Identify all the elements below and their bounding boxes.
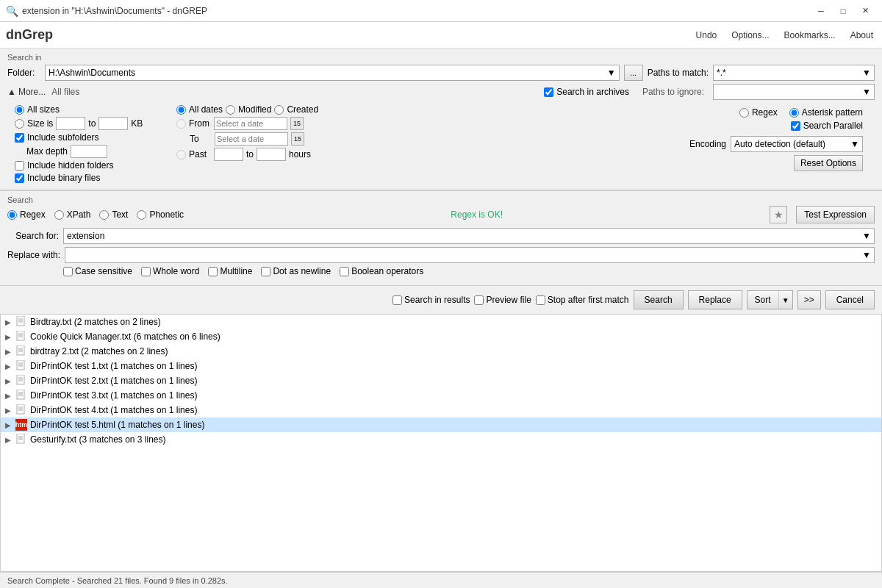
result-item[interactable]: ▶Birdtray.txt (2 matches on 2 lines): [1, 315, 881, 329]
result-item[interactable]: ▶birdtray 2.txt (2 matches on 2 lines): [1, 344, 881, 359]
result-expander[interactable]: ▶: [5, 436, 14, 444]
all-sizes-row: All sizes: [15, 104, 176, 115]
boolean-operators-checkbox[interactable]: [340, 267, 349, 276]
replace-with-input[interactable]: ▼: [65, 247, 875, 263]
cancel-button[interactable]: Cancel: [825, 290, 875, 309]
result-item[interactable]: ▶DirPrintOK test 2.txt (1 matches on 1 l…: [1, 373, 881, 388]
size-from-input[interactable]: 0: [56, 117, 85, 130]
star-button[interactable]: ★: [770, 206, 787, 223]
reset-options-button[interactable]: Reset Options: [794, 155, 863, 171]
created-radio[interactable]: [274, 105, 284, 115]
to-calendar-btn[interactable]: 15: [291, 132, 304, 146]
modified-radio[interactable]: [226, 105, 235, 115]
past-to-input[interactable]: 8: [257, 148, 286, 161]
result-expander[interactable]: ▶: [5, 392, 14, 400]
stop-after-first-checkbox[interactable]: [536, 295, 545, 305]
txt-file-icon: [15, 375, 27, 387]
search-in-section: Search in Folder: H:\Ashwin\Documents ▼ …: [0, 49, 882, 190]
size-to-input[interactable]: 100: [98, 117, 128, 130]
dot-as-newline-option: Dot as newline: [261, 266, 331, 276]
app-title: dnGrep: [6, 27, 53, 43]
about-button[interactable]: About: [847, 29, 876, 42]
search-in-archives-checkbox[interactable]: [544, 87, 553, 97]
folder-input[interactable]: H:\Ashwin\Documents ▼: [45, 65, 620, 81]
maximize-button[interactable]: □: [832, 4, 854, 18]
search-button[interactable]: Search: [634, 290, 684, 309]
window-controls: ─ □ ✕: [810, 4, 876, 18]
xpath-type-radio[interactable]: [54, 210, 64, 220]
regex-ok-label: Regex is OK!: [193, 209, 761, 220]
dot-as-newline-checkbox[interactable]: [261, 267, 270, 276]
include-subfolders-checkbox[interactable]: [15, 133, 24, 143]
case-sensitive-label: Case sensitive: [75, 266, 132, 276]
result-expander[interactable]: ▶: [5, 333, 14, 341]
result-text: birdtray 2.txt (2 matches on 2 lines): [30, 346, 168, 356]
search-for-input[interactable]: extension ▼: [63, 228, 875, 244]
result-item[interactable]: ▶DirPrintOK test 3.txt (1 matches on 1 l…: [1, 388, 881, 403]
all-sizes-radio[interactable]: [15, 105, 24, 115]
from-calendar-btn[interactable]: 15: [290, 117, 304, 130]
main-content: Search in Folder: H:\Ashwin\Documents ▼ …: [0, 49, 882, 588]
all-dates-radio[interactable]: [176, 105, 186, 115]
to-date-input[interactable]: [215, 132, 288, 146]
browse-button[interactable]: ...: [624, 65, 643, 81]
max-depth-input[interactable]: [71, 145, 107, 158]
replace-with-row: Replace with: ▼: [7, 247, 875, 263]
search-parallel-checkbox[interactable]: [791, 121, 800, 131]
replace-with-arrow: ▼: [862, 250, 871, 260]
result-item[interactable]: ▶Gesturify.txt (3 matches on 3 lines): [1, 432, 881, 447]
include-binary-checkbox[interactable]: [15, 173, 24, 183]
text-type-radio[interactable]: [99, 210, 109, 220]
past-from-input[interactable]: 0: [214, 148, 243, 161]
result-expander[interactable]: ▶: [5, 421, 14, 429]
result-item[interactable]: ▶Cookie Quick Manager.txt (6 matches on …: [1, 329, 881, 344]
result-expander[interactable]: ▶: [5, 406, 14, 415]
case-sensitive-checkbox[interactable]: [63, 267, 73, 276]
folder-row: Folder: H:\Ashwin\Documents ▼ ... Paths …: [7, 65, 875, 81]
result-expander[interactable]: ▶: [5, 318, 14, 326]
more-button[interactable]: ▲ More...: [7, 87, 46, 97]
test-expression-button[interactable]: Test Expression: [796, 206, 875, 223]
window-title: extension in "H:\Ashwin\Documents" - dnG…: [22, 6, 207, 16]
asterisk-pattern-label: Asterisk pattern: [802, 107, 863, 118]
paths-ignore-input[interactable]: ▼: [713, 84, 875, 100]
double-arrow-button[interactable]: >>: [797, 290, 821, 309]
replace-button[interactable]: Replace: [688, 290, 742, 309]
include-hidden-checkbox[interactable]: [15, 161, 24, 171]
preview-file-label: Preview file: [486, 295, 531, 305]
encoding-dropdown[interactable]: Auto detection (default) ▼: [731, 136, 863, 152]
boolean-operators-option: Boolean operators: [340, 266, 423, 276]
sort-button[interactable]: Sort: [747, 290, 778, 309]
undo-button[interactable]: Undo: [693, 29, 720, 42]
past-radio[interactable]: [176, 150, 186, 159]
regex-type-radio[interactable]: [7, 210, 17, 220]
multiline-checkbox[interactable]: [208, 267, 218, 276]
txt-file-icon: [15, 360, 27, 372]
from-radio[interactable]: [176, 119, 186, 129]
regex-pattern-radio[interactable]: [739, 108, 749, 118]
result-expander[interactable]: ▶: [5, 348, 14, 356]
from-date-input[interactable]: [214, 117, 287, 130]
minimize-button[interactable]: ─: [810, 4, 832, 18]
paths-to-match-input[interactable]: *.* ▼: [713, 65, 875, 81]
whole-word-checkbox[interactable]: [141, 267, 151, 276]
close-button[interactable]: ✕: [854, 4, 876, 18]
regex-pattern-label: Regex: [752, 107, 778, 118]
result-item[interactable]: ▶DirPrintOK test 4.txt (1 matches on 1 l…: [1, 403, 881, 417]
result-item[interactable]: ▶DirPrintOK test 1.txt (1 matches on 1 l…: [1, 359, 881, 373]
search-archives-row: Search in archives: [544, 87, 629, 97]
result-expander[interactable]: ▶: [5, 362, 14, 370]
phonetic-type-label: Phonetic: [149, 209, 184, 220]
bookmarks-button[interactable]: Bookmarks...: [781, 29, 839, 42]
multiline-option: Multiline: [208, 266, 252, 276]
options-button[interactable]: Options...: [728, 29, 772, 42]
size-is-radio[interactable]: [15, 119, 24, 129]
result-expander[interactable]: ▶: [5, 377, 14, 385]
asterisk-pattern-radio[interactable]: [789, 108, 799, 118]
preview-file-checkbox[interactable]: [474, 295, 484, 305]
past-to-separator: to: [246, 149, 254, 159]
result-item[interactable]: ▶htmDirPrintOK test 5.html (1 matches on…: [1, 417, 881, 432]
sort-dropdown-button[interactable]: ▼: [778, 290, 793, 309]
phonetic-type-radio[interactable]: [137, 210, 146, 220]
search-in-results-checkbox[interactable]: [392, 295, 402, 305]
